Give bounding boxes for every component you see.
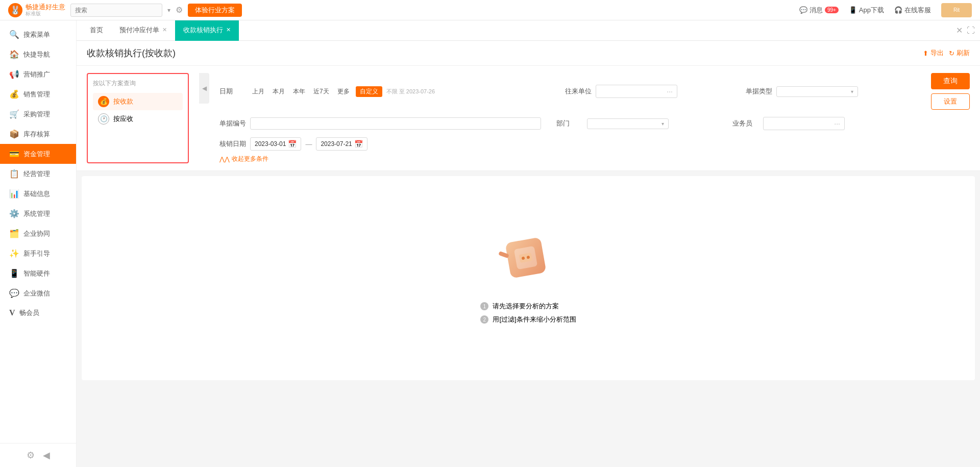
date-label: 日期 bbox=[219, 87, 246, 96]
date-btn-custom[interactable]: 自定义 bbox=[356, 86, 382, 97]
counterparty-filter: 往来单位 ··· bbox=[565, 85, 730, 98]
online-service-label: 在线客服 bbox=[904, 6, 931, 15]
brand: 🐰 畅捷通好生意 标准版 bbox=[8, 3, 65, 17]
order-type-filter: 单据类型 ▾ bbox=[746, 86, 911, 97]
sidebar-item-marketing[interactable]: 📢 营销推广 bbox=[0, 64, 76, 84]
sidebar-item-search[interactable]: 🔍 搜索菜单 bbox=[0, 24, 76, 44]
sidebar-item-wechat[interactable]: 💬 企业微信 bbox=[0, 283, 76, 303]
tab-collection-close-icon[interactable]: ✕ bbox=[226, 27, 231, 33]
app-download-btn[interactable]: 📱 App下载 bbox=[849, 6, 884, 15]
sidebar-item-label: 新手引导 bbox=[23, 249, 50, 258]
order-type-select[interactable]: ▾ bbox=[776, 86, 858, 97]
salesman-dots-icon: ··· bbox=[834, 119, 840, 128]
dept-label: 部门 bbox=[556, 119, 583, 128]
date-btn-more[interactable]: 更多 bbox=[335, 86, 352, 97]
verify-date-end: 2023-07-21 bbox=[321, 140, 352, 148]
tab-prepay[interactable]: 预付冲应付单 ✕ bbox=[111, 20, 175, 41]
cal-start-icon[interactable]: 📅 bbox=[288, 140, 297, 148]
data-area: 1 请先选择要分析的方案 2 用[过滤]条件来缩小分析范围 bbox=[82, 176, 975, 380]
sidebar-item-guide[interactable]: ✨ 新手引导 bbox=[0, 243, 76, 263]
filter-fields: 日期 上月 本月 本年 近7天 更多 自定义 bbox=[209, 73, 970, 163]
sidebar-item-finance[interactable]: 💳 资金管理 bbox=[0, 144, 76, 164]
trial-btn[interactable]: 体验行业方案 bbox=[188, 4, 242, 17]
counterparty-dots-icon: ··· bbox=[667, 87, 673, 95]
order-no-input[interactable] bbox=[250, 117, 541, 130]
tab-collection[interactable]: 收款核销执行 ✕ bbox=[175, 20, 239, 41]
settings-icon[interactable]: ⚙ bbox=[176, 5, 183, 15]
sidebar-item-label: 营销推广 bbox=[23, 70, 50, 79]
sidebar-item-inventory[interactable]: 📦 库存核算 bbox=[0, 124, 76, 144]
sidebar-item-label: 系统管理 bbox=[23, 209, 50, 218]
tab-prepay-close-icon[interactable]: ✕ bbox=[162, 27, 167, 33]
sidebar-collapse-icon[interactable]: ◀ bbox=[43, 450, 50, 461]
tab-bar: 首页 预付冲应付单 ✕ 收款核销执行 ✕ ✕ ⛶ bbox=[77, 20, 980, 41]
date-btn-this-month[interactable]: 本月 bbox=[271, 86, 287, 97]
dropdown-arrow-icon[interactable]: ▾ bbox=[167, 7, 170, 14]
export-btn[interactable]: ⬆ 导出 bbox=[923, 48, 944, 58]
brand-logo: 🐰 bbox=[8, 3, 22, 17]
sidebar-item-basic-info[interactable]: 📊 基础信息 bbox=[0, 184, 76, 204]
filter-row-2: 单据编号 部门 ▾ bbox=[219, 117, 970, 130]
order-type-arrow-icon: ▾ bbox=[851, 89, 853, 94]
refresh-btn[interactable]: ↻ 刷新 bbox=[949, 48, 970, 58]
user-avatar[interactable]: Rit bbox=[941, 3, 972, 17]
top-bar-right: 💬 消息 99+ 📱 App下载 🎧 在线客服 Rit bbox=[799, 3, 972, 17]
sidebar-item-hardware[interactable]: 📱 智能硬件 bbox=[0, 263, 76, 283]
sidebar-item-system[interactable]: ⚙️ 系统管理 bbox=[0, 204, 76, 224]
tip-1-text: 请先选择要分析的方案 bbox=[493, 302, 559, 311]
sidebar-item-label: 销售管理 bbox=[23, 90, 50, 99]
date-btn-last-month[interactable]: 上月 bbox=[250, 86, 266, 97]
filter-query-title: 按以下方案查询 bbox=[93, 79, 183, 88]
inventory-icon: 📦 bbox=[9, 129, 19, 139]
hardware-icon: 📱 bbox=[9, 268, 19, 278]
verify-date-filter: 核销日期 2023-03-01 📅 — 2023-07-21 bbox=[219, 137, 541, 151]
page-header-actions: ⬆ 导出 ↻ 刷新 bbox=[923, 48, 970, 58]
receivable-icon: 🕐 bbox=[98, 113, 109, 125]
sidebar-item-sales[interactable]: 💰 销售管理 bbox=[0, 84, 76, 104]
sidebar-item-member[interactable]: V 畅会员 bbox=[0, 303, 76, 323]
message-btn[interactable]: 💬 消息 99+ bbox=[799, 6, 839, 15]
brand-edition: 标准版 bbox=[26, 11, 65, 17]
sidebar-item-quick-nav[interactable]: 🏠 快捷导航 bbox=[0, 44, 76, 64]
date-no-limit: 不限 至 2023-07-26 bbox=[386, 88, 435, 95]
tab-home[interactable]: 首页 bbox=[82, 20, 111, 41]
setting-btn[interactable]: 设置 bbox=[931, 93, 970, 110]
sidebar-settings-icon[interactable]: ⚙ bbox=[27, 450, 35, 461]
search-input[interactable] bbox=[70, 4, 162, 17]
filter-option-by-collection[interactable]: 💰 按收款 bbox=[93, 93, 183, 110]
filter-section: 按以下方案查询 💰 按收款 🕐 按应收 ◀ bbox=[77, 66, 980, 171]
tab-close-all-icon[interactable]: ✕ bbox=[956, 26, 963, 35]
verify-date-start-wrap[interactable]: 2023-03-01 📅 bbox=[250, 137, 301, 151]
sidebar-item-label: 资金管理 bbox=[23, 150, 50, 159]
date-quick-options: 上月 本月 本年 近7天 更多 自定义 bbox=[250, 86, 382, 97]
more-conditions-btn[interactable]: ⋀⋀ 收起更多条件 bbox=[219, 155, 268, 163]
verify-date-start: 2023-03-01 bbox=[255, 140, 286, 148]
sidebar-item-enterprise[interactable]: 🗂️ 企业协同 bbox=[0, 224, 76, 243]
filter-option-by-receivable[interactable]: 🕐 按应收 bbox=[93, 110, 183, 128]
tab-fullscreen-icon[interactable]: ⛶ bbox=[967, 26, 975, 35]
query-btn[interactable]: 查询 bbox=[931, 73, 970, 89]
sidebar-item-label: 库存核算 bbox=[23, 130, 50, 139]
sidebar-item-operation[interactable]: 📋 经营管理 bbox=[0, 164, 76, 184]
tab-home-label: 首页 bbox=[90, 26, 103, 35]
message-badge: 99+ bbox=[825, 7, 839, 13]
online-service-btn[interactable]: 🎧 在线客服 bbox=[894, 6, 931, 15]
sidebar-item-label: 采购管理 bbox=[23, 110, 50, 119]
verify-date-end-wrap[interactable]: 2023-07-21 📅 bbox=[316, 137, 367, 151]
collapse-icon: ◀ bbox=[202, 85, 207, 92]
salesman-select[interactable]: ··· bbox=[763, 117, 845, 130]
tab-bar-right: ✕ ⛶ bbox=[956, 26, 975, 35]
cal-end-icon[interactable]: 📅 bbox=[354, 140, 363, 148]
date-btn-7days[interactable]: 近7天 bbox=[311, 86, 331, 97]
counterparty-label: 往来单位 bbox=[565, 87, 592, 96]
filter-collapse-btn[interactable]: ◀ bbox=[199, 73, 209, 104]
verify-date-label: 核销日期 bbox=[219, 139, 246, 149]
sidebar-item-purchase[interactable]: 🛒 采购管理 bbox=[0, 104, 76, 124]
guide-icon: ✨ bbox=[9, 249, 19, 258]
headset-icon: 🎧 bbox=[894, 6, 902, 14]
date-btn-this-year[interactable]: 本年 bbox=[291, 86, 307, 97]
filter-option-collection-label: 按收款 bbox=[113, 97, 133, 106]
dept-select[interactable]: ▾ bbox=[587, 118, 669, 129]
counterparty-select[interactable]: ··· bbox=[596, 85, 677, 98]
verify-date-range: 2023-03-01 📅 — 2023-07-21 📅 bbox=[250, 137, 368, 151]
